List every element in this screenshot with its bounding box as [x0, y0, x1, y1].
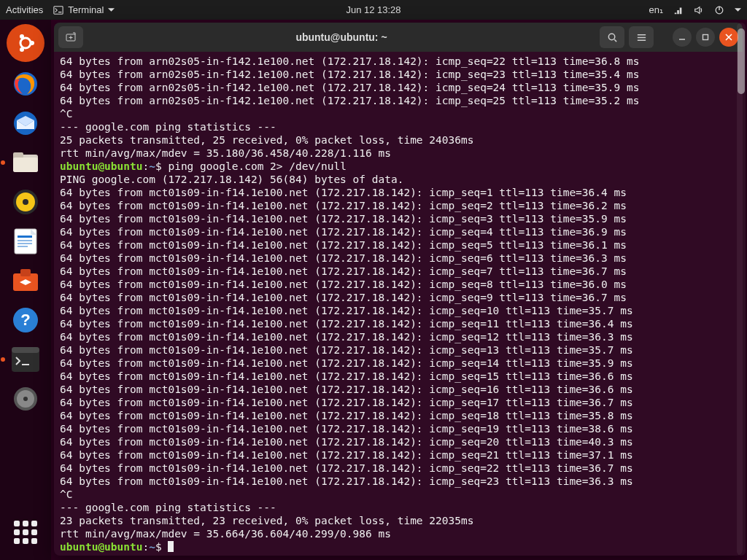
menu-icon — [636, 32, 647, 43]
svg-rect-25 — [12, 347, 39, 353]
close-icon — [724, 33, 733, 42]
search-icon — [607, 32, 618, 43]
svg-rect-19 — [18, 246, 28, 247]
dock-app-rhythmbox[interactable] — [8, 184, 43, 219]
scrollbar-thumb[interactable] — [738, 28, 745, 94]
close-button[interactable] — [719, 28, 738, 47]
dock-app-disk-utility[interactable] — [8, 381, 43, 416]
svg-rect-11 — [13, 158, 38, 172]
dock: ? — [0, 20, 51, 560]
svg-point-28 — [23, 397, 28, 401]
gnome-topbar: Activities Terminal Jun 12 13:28 en₁ — [0, 0, 747, 20]
new-tab-button[interactable] — [58, 26, 83, 48]
dock-app-thunderbird[interactable] — [8, 106, 43, 141]
input-source[interactable]: en₁ — [649, 4, 663, 15]
svg-rect-16 — [18, 236, 32, 238]
activities-button[interactable]: Activities — [6, 4, 43, 15]
svg-line-31 — [614, 39, 616, 42]
window-titlebar[interactable]: ubuntu@ubuntu: ~ — [54, 23, 743, 52]
volume-icon[interactable] — [694, 5, 704, 15]
dock-app-files[interactable] — [8, 145, 43, 180]
hamburger-menu-button[interactable] — [629, 26, 654, 48]
svg-rect-18 — [18, 243, 32, 244]
svg-text:?: ? — [20, 311, 30, 329]
svg-point-4 — [30, 41, 34, 45]
minimize-button[interactable] — [673, 28, 692, 47]
network-icon[interactable] — [673, 5, 684, 15]
svg-point-30 — [608, 34, 614, 39]
chevron-down-icon — [108, 8, 115, 12]
terminal-output[interactable]: 64 bytes from arn02s05-in-f142.1e100.net… — [54, 52, 743, 556]
search-button[interactable] — [600, 26, 624, 48]
ubuntu-launcher[interactable] — [7, 24, 44, 62]
svg-rect-33 — [703, 35, 708, 40]
scrollbar-track — [737, 23, 746, 556]
chevron-down-icon[interactable] — [735, 8, 741, 12]
app-menu[interactable]: Terminal — [53, 4, 115, 15]
window-title: ubuntu@ubuntu: ~ — [88, 31, 595, 43]
svg-rect-17 — [18, 240, 32, 241]
clock[interactable]: Jun 12 13:28 — [346, 4, 400, 15]
dock-app-ubuntu-software[interactable] — [8, 263, 43, 298]
terminal-window: ubuntu@ubuntu: ~ 64 bytes from arn02s05-… — [54, 23, 743, 556]
svg-point-14 — [23, 199, 28, 205]
dock-app-libreoffice-writer[interactable] — [8, 224, 43, 259]
power-icon[interactable] — [714, 5, 724, 15]
svg-rect-21 — [20, 269, 31, 276]
dock-app-firefox[interactable] — [8, 66, 43, 101]
dock-app-terminal[interactable] — [8, 342, 43, 377]
show-applications[interactable] — [8, 515, 43, 550]
svg-rect-0 — [54, 6, 63, 14]
svg-rect-10 — [13, 152, 23, 158]
scrollbar[interactable] — [737, 23, 746, 556]
app-menu-label: Terminal — [68, 4, 104, 15]
svg-point-6 — [20, 47, 24, 52]
maximize-button[interactable] — [696, 28, 715, 47]
terminal-icon — [53, 5, 63, 15]
svg-point-5 — [20, 34, 24, 39]
svg-point-3 — [20, 38, 31, 48]
dock-app-help[interactable]: ? — [8, 303, 43, 338]
